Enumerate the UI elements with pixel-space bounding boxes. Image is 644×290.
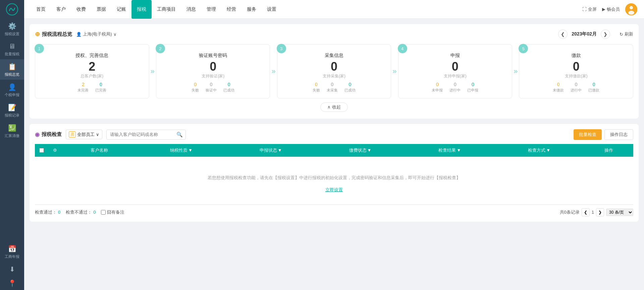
app-logo[interactable] [0, 0, 24, 19]
sidebar-item-baoshuishezhi[interactable]: ⚙️ 报税设置 [0, 19, 24, 39]
step-count-3: 0 [283, 60, 386, 73]
location-tag[interactable]: 👤 上海(电子税局) ∨ [76, 31, 117, 37]
member-btn[interactable]: ▶ 畅会员 [602, 6, 620, 12]
refresh-btn[interactable]: ↻ 刷新 [620, 31, 633, 37]
sidebar-item-gerenshenbao[interactable]: 👤 个税申报 [0, 80, 24, 100]
search-input[interactable] [107, 130, 174, 139]
step-title-2: 验证账号密码 [162, 53, 265, 59]
flow-overview-card: ⊕ 报税流程总览 👤 上海(电子税局) ∨ ❮ 2023年02月 ❯ ↻ 刷新 [30, 24, 639, 119]
nav-business[interactable]: 工商项目 [152, 0, 181, 19]
content-area: ⊕ 报税流程总览 👤 上海(电子税局) ∨ ❮ 2023年02月 ❯ ↻ 刷新 [24, 19, 644, 290]
month-display: 2023年02月 [572, 31, 597, 37]
prev-month-btn[interactable]: ❮ [558, 29, 568, 39]
check-title: ◉ 报税检查 [35, 131, 62, 138]
nav-invoices[interactable]: 票据 [91, 0, 111, 19]
step-stats-4: 0 未申报 0 进行中 0 已申报 [404, 82, 507, 93]
check-result-filter[interactable]: 检查结果 ▼ [438, 147, 461, 153]
tax-nature-filter[interactable]: 纳税性质 ▼ [170, 147, 193, 153]
user-avatar[interactable] [625, 3, 637, 15]
nav-items: 首页 客户 收费 票据 记账 报税 工商项目 消息 管理 经营 服务 设置 [31, 0, 582, 19]
nav-management[interactable]: 管理 [201, 0, 221, 19]
filter-icon-4: ▼ [457, 148, 461, 153]
current-page: 1 [592, 210, 594, 215]
check-circle-icon: ◉ [35, 131, 40, 138]
search-btn[interactable]: 🔍 [174, 130, 185, 139]
operation-log-btn[interactable]: 操作日志 [604, 129, 633, 140]
nav-customer[interactable]: 客户 [51, 0, 71, 19]
sidebar-item-baoshuizonglan[interactable]: 📋 报税总览 [0, 59, 24, 80]
batch-check-btn[interactable]: 批量检查 [574, 129, 602, 140]
flow-step-1: 1 授权、完善信息 2 总客户数(家) 2 未完善 0 已完善 [35, 44, 149, 98]
next-month-btn[interactable]: ❯ [601, 29, 610, 39]
step-subtitle-5: 支持缴款(家) [525, 73, 628, 79]
select-all-checkbox[interactable] [39, 148, 44, 153]
stat-num-yiwanshan: 0 [100, 82, 102, 87]
fullscreen-btn[interactable]: ⛶ 全屏 [582, 6, 597, 12]
sidebar-item-download[interactable]: ⬇ [0, 262, 24, 276]
flow-step-2: 2 验证账号密码 0 支持验证(家) 0 失败 0 验证中 [156, 44, 270, 98]
collapse-row: ∧ 收起 [35, 98, 633, 113]
nav-messages[interactable]: 消息 [181, 0, 201, 19]
next-page-btn[interactable]: ❯ [596, 208, 604, 216]
stat-item-yishenbao: 0 已申报 [467, 82, 478, 93]
step-stats-3: 0 失败 0 未采集 0 已成功 [283, 82, 386, 93]
check-header: ◉ 报税检查 员 全部员工 ∨ 🔍 批量检查 操作日志 [35, 129, 633, 140]
step-number-3: 3 [277, 44, 286, 53]
step-arrow-2: » [270, 67, 277, 76]
nav-operations[interactable]: 经营 [221, 0, 241, 19]
location-icon: 📍 [8, 279, 16, 287]
step-stats-5: 0 未缴款 0 进行中 0 已缴款 [525, 82, 628, 93]
nav-tax[interactable]: 报税 [131, 0, 152, 19]
filter-icon-2: ▼ [278, 148, 282, 153]
empty-tip: 若您想使用报税检查功能，请先在【报税设置】中进行报税的初始化设置，完成密码验证和… [39, 160, 629, 201]
fullscreen-icon: ⛶ [582, 7, 587, 12]
sidebar-item-piliangshuibao[interactable]: 🖥 批量报税 [0, 39, 24, 59]
plus-circle-icon: ⊕ [35, 30, 40, 38]
sidebar-item-gongshangnianba[interactable]: 📅 工商年报 [0, 241, 24, 262]
sidebar-item-huisuanqingjiao[interactable]: 💹 汇算清缴 [0, 121, 24, 141]
step-stats-1: 2 未完善 0 已完善 [41, 82, 144, 93]
filter-icon-5: ▼ [546, 148, 550, 153]
filter-icon-3: ▼ [367, 148, 372, 153]
stat-item-yiwanshan: 0 已完善 [95, 82, 106, 93]
nav-home[interactable]: 首页 [31, 0, 51, 19]
flow-header: ⊕ 报税流程总览 👤 上海(电子税局) ∨ ❮ 2023年02月 ❯ ↻ 刷新 [35, 29, 633, 39]
stat-item-jinxingzhong4: 0 进行中 [449, 82, 461, 93]
nav-services[interactable]: 服务 [241, 0, 262, 19]
check-right: 批量检查 操作日志 [574, 129, 633, 140]
stat-item-yanzhengzhong: 0 验证中 [206, 82, 217, 93]
remark-checkbox[interactable] [101, 210, 106, 215]
nav-settings[interactable]: 设置 [262, 0, 282, 19]
step-number-1: 1 [35, 44, 44, 53]
step-subtitle-4: 支持申报(家) [404, 73, 507, 79]
stat-item-weishenbao: 0 未申报 [432, 82, 443, 93]
nav-bookkeeping[interactable]: 记账 [111, 0, 131, 19]
th-check-method: 检查方式 ▼ [494, 144, 584, 157]
stat-label-yiwanshan: 已完善 [95, 88, 106, 93]
declare-status-filter[interactable]: 申报状态 ▼ [260, 147, 282, 153]
check-method-filter[interactable]: 检查方式 ▼ [528, 147, 550, 153]
employee-tag: 员 [69, 131, 76, 138]
stat-item-shibai3: 0 失败 [313, 82, 320, 93]
fail-count-link[interactable]: 0 [93, 210, 96, 215]
sidebar-item-location[interactable]: 📍 [0, 276, 24, 290]
flow-step-5: 5 缴款 0 支持缴款(家) 0 未缴款 0 进行中 [519, 44, 633, 98]
step-subtitle-2: 支持验证(家) [162, 73, 265, 79]
table-container: ⚙ 客户名称 纳税性质 ▼ [35, 144, 633, 205]
column-settings-icon[interactable]: ⚙ [53, 148, 57, 153]
pass-count-link[interactable]: 0 [58, 210, 60, 215]
per-page-select[interactable]: 30 条/页50 条/页100 条/页 [606, 209, 633, 216]
employee-filter[interactable]: 员 全部员工 ∨ [66, 130, 102, 139]
pay-status-filter[interactable]: 缴费状态 ▼ [349, 147, 372, 153]
step-count-1: 2 [41, 60, 144, 73]
nav-charges[interactable]: 收费 [71, 0, 91, 19]
collapse-btn[interactable]: ∧ 收起 [320, 102, 348, 112]
step-number-4: 4 [398, 44, 407, 53]
step-arrow-4: » [512, 67, 519, 76]
step-arrow-3: » [391, 67, 398, 76]
step-title-1: 授权、完善信息 [41, 53, 144, 59]
sidebar-item-baoshuiluji[interactable]: 📝 报税记录 [0, 100, 24, 121]
th-customer-name: 客户名称 [62, 144, 137, 157]
setup-link[interactable]: 立即设置 [325, 187, 343, 192]
prev-page-btn[interactable]: ❮ [582, 208, 590, 216]
